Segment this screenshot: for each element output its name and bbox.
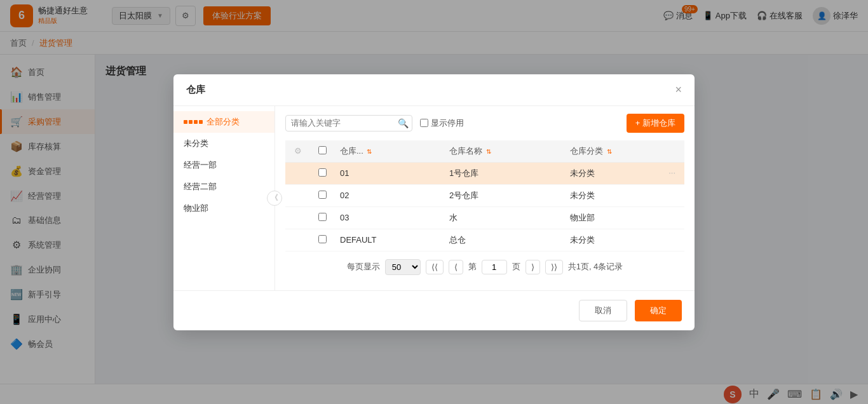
show-disabled-input[interactable] [420,119,428,127]
sort-icon-code: ⇅ [367,148,372,155]
th-name-label: 仓库名称 [449,146,482,156]
sort-icon-category: ⇅ [607,148,612,155]
category-prop-label: 物业部 [184,203,208,214]
row-code: DEFAULT [334,229,443,251]
category-item-dept1[interactable]: 经营一部 [173,154,275,176]
row-more-icon[interactable]: ··· [668,168,675,177]
row-category: 物业部 [564,206,684,229]
row-name: 水 [443,206,564,229]
page-suffix: 页 [512,261,520,273]
add-warehouse-button[interactable]: + 新增仓库 [627,114,684,133]
category-item-all[interactable]: 全部分类 [173,111,275,133]
category-dept2-label: 经营二部 [184,181,217,192]
category-collapse-button[interactable]: 《 [267,191,282,206]
row-check[interactable] [311,184,334,206]
row-gear [285,162,311,184]
warehouse-modal: 仓库 × 全部分类 未分类 经营一部 经营二部 [173,74,695,330]
row-checkbox-2[interactable] [318,213,327,221]
select-all-checkbox[interactable] [318,146,327,154]
page-input[interactable] [482,260,507,274]
category-all-label: 全部分类 [207,116,240,128]
th-code: 仓库... ⇅ [334,140,443,163]
th-name: 仓库名称 ⇅ [443,140,564,163]
row-checkbox-1[interactable] [318,191,327,199]
table-toolbar: 🔍 显示停用 + 新增仓库 [285,114,684,133]
th-category-label: 仓库分类 [570,146,603,156]
last-page-button[interactable]: ⟩⟩ [545,260,563,274]
page-label: 第 [468,261,477,273]
modal-body: 全部分类 未分类 经营一部 经营二部 物业部 《 [173,106,695,290]
gear-header-icon: ⚙ [294,146,302,156]
row-category: 未分类 ··· [564,162,684,184]
row-code: 03 [334,206,443,229]
category-item-dept2[interactable]: 经营二部 [173,176,275,198]
row-gear [285,184,311,206]
table-row[interactable]: 02 2号仓库 未分类 [285,184,684,206]
row-check[interactable] [311,206,334,229]
table-row[interactable]: DEFAULT 总仓 未分类 [285,229,684,251]
search-input[interactable] [291,118,398,128]
th-gear: ⚙ [285,140,311,163]
row-name: 1号仓库 [443,162,564,184]
row-category: 未分类 [564,184,684,206]
category-sidebar: 全部分类 未分类 经营一部 经营二部 物业部 《 [173,106,275,290]
row-checkbox-3[interactable] [318,235,327,243]
th-category: 仓库分类 ⇅ [564,140,684,163]
all-categories-icon [184,120,203,124]
table-body: 01 1号仓库 未分类 ··· 02 2号仓库 未分类 03 水 物业部 [285,162,684,251]
modal-overlay[interactable]: 仓库 × 全部分类 未分类 经营一部 经营二部 [0,0,868,404]
row-code: 01 [334,162,443,184]
row-gear [285,206,311,229]
show-disabled-label: 显示停用 [431,118,464,129]
category-item-prop[interactable]: 物业部 [173,198,275,219]
th-code-label: 仓库... [340,146,363,156]
th-check [311,140,334,163]
show-disabled-checkbox[interactable]: 显示停用 [420,118,464,129]
warehouse-table: ⚙ 仓库... ⇅ 仓库名称 ⇅ [285,140,684,252]
category-dept1-label: 经营一部 [184,159,217,171]
pagination: 每页显示 50 100 ⟨⟨ ⟨ 第 页 ⟩ ⟩⟩ 共1页, 4条记录 [285,252,684,283]
confirm-button[interactable]: 确定 [635,300,682,321]
row-name: 总仓 [443,229,564,251]
modal-footer: 取消 确定 [173,290,695,330]
table-area: 🔍 显示停用 + 新增仓库 ⚙ [275,106,695,290]
table-row[interactable]: 01 1号仓库 未分类 ··· [285,162,684,184]
row-category: 未分类 [564,229,684,251]
total-label: 共1页, 4条记录 [568,261,623,273]
first-page-button[interactable]: ⟨⟨ [426,260,444,274]
per-page-select[interactable]: 50 100 [385,259,421,275]
per-page-label: 每页显示 [347,261,380,273]
next-page-button[interactable]: ⟩ [526,260,540,274]
sort-icon-name: ⇅ [486,148,491,155]
row-check[interactable] [311,229,334,251]
prev-page-button[interactable]: ⟨ [449,260,463,274]
cancel-button[interactable]: 取消 [579,300,627,321]
row-name: 2号仓库 [443,184,564,206]
modal-title: 仓库 [186,84,205,96]
table-header-row: ⚙ 仓库... ⇅ 仓库名称 ⇅ [285,140,684,163]
search-icon[interactable]: 🔍 [398,118,409,128]
row-gear [285,229,311,251]
category-uncat-label: 未分类 [184,138,208,149]
table-row[interactable]: 03 水 物业部 [285,206,684,229]
row-check[interactable] [311,162,334,184]
category-item-uncat[interactable]: 未分类 [173,133,275,154]
modal-close-button[interactable]: × [675,83,682,97]
row-checkbox-0[interactable] [318,168,327,177]
row-code: 02 [334,184,443,206]
modal-header: 仓库 × [173,74,695,106]
search-box[interactable]: 🔍 [285,115,412,131]
